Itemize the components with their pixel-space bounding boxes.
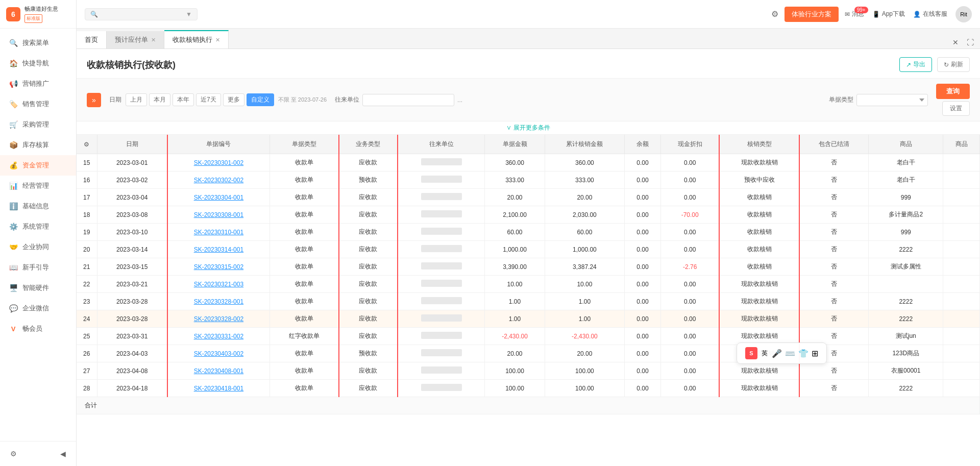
doc-num-link[interactable]: SK-20230315-002 [194, 263, 243, 271]
col-header-unit[interactable]: 往来单位 [398, 135, 484, 154]
table-row[interactable]: 17 2023-03-04 SK-20230304-001 收款单 应收款 20… [77, 189, 980, 206]
message-button[interactable]: ✉ 消息 99+ [845, 10, 864, 18]
topbar-search-box[interactable]: 🔍 ▼ [85, 8, 198, 20]
table-row[interactable]: 27 2023-04-08 SK-20230408-001 收款单 应收款 10… [77, 362, 980, 380]
filter-date-this-month[interactable]: 本月 [149, 93, 170, 106]
col-header-product2[interactable]: 商品 [943, 135, 980, 154]
tab-prepay[interactable]: 预计应付单 ✕ [107, 31, 164, 48]
filter-date-this-year[interactable]: 本年 [173, 93, 194, 106]
col-header-writeoff-type[interactable]: 核销类型 [719, 135, 799, 154]
sidebar-item-system[interactable]: ⚙️ 系统管理 [0, 216, 76, 237]
refresh-button[interactable]: ↻ 刷新 [937, 57, 970, 72]
col-header-biz-type[interactable]: 业务类型 [339, 135, 398, 154]
tab-close-all-btn[interactable]: ✕ [950, 36, 961, 48]
filter-date-last-month[interactable]: 上月 [126, 93, 147, 106]
mic-icon[interactable]: 🎤 [772, 349, 782, 358]
col-header-cash-discount[interactable]: 现金折扣 [661, 135, 719, 154]
table-row[interactable]: 16 2023-03-02 SK-20230302-002 收款单 预收款 33… [77, 171, 980, 189]
cell-doc-num: SK-20230328-001 [167, 293, 270, 310]
table-row[interactable]: 15 2023-03-01 SK-20230301-002 收款单 应收款 36… [77, 154, 980, 171]
col-header-amount[interactable]: 单据金额 [484, 135, 545, 154]
tab-writeoff[interactable]: 收款核销执行 ✕ [164, 30, 229, 48]
grid-icon[interactable]: ⊞ [812, 349, 818, 358]
col-header-product1[interactable]: 商品 [869, 135, 943, 154]
col-header-balance[interactable]: 余额 [624, 135, 661, 154]
sidebar-item-search[interactable]: 🔍 搜索菜单 [0, 33, 76, 53]
sidebar-item-enterprise[interactable]: 🤝 企业协同 [0, 237, 76, 257]
tab-prepay-close-icon[interactable]: ✕ [151, 37, 156, 43]
filter-toggle-button[interactable]: » [87, 93, 101, 107]
sidebar-item-label: 系统管理 [22, 222, 49, 231]
doc-num-link[interactable]: SK-20230418-001 [194, 385, 243, 392]
app-download-button[interactable]: 📱 App下载 [872, 10, 905, 18]
sidebar-settings-btn[interactable]: ⚙ [8, 448, 19, 460]
table-row[interactable]: 24 2023-03-28 SK-20230328-002 收款单 应收款 1.… [77, 310, 980, 328]
col-header-doc-type[interactable]: 单据类型 [270, 135, 339, 154]
sidebar-item-sales[interactable]: 🏷️ 销售管理 [0, 94, 76, 114]
avatar[interactable]: Rit [955, 6, 972, 22]
cell-unit [398, 276, 484, 293]
sidebar-item-operations[interactable]: 📊 经营管理 [0, 176, 76, 196]
doc-num-link[interactable]: SK-20230328-001 [194, 298, 243, 305]
sidebar-item-wechat[interactable]: 💬 企业微信 [0, 298, 76, 318]
col-header-settings[interactable]: ⚙ [77, 135, 97, 154]
filter-unit-input[interactable] [362, 94, 454, 106]
col-header-doc-num[interactable]: 单据编号 [167, 135, 270, 154]
sidebar-item-inventory[interactable]: 📦 库存核算 [0, 135, 76, 155]
doc-num-link[interactable]: SK-20230308-001 [194, 211, 243, 218]
table-row[interactable]: 23 2023-03-28 SK-20230328-001 收款单 应收款 1.… [77, 293, 980, 310]
export-button[interactable]: ↗ 导出 [899, 57, 932, 72]
data-table-container[interactable]: ⚙ 日期 单据编号 单据类型 业务类型 往来单位 单据金额 累计核销金额 余额 … [77, 135, 980, 466]
settings-button[interactable]: 设置 [942, 101, 970, 116]
cell-writeoff-total: 1,000.00 [545, 241, 624, 258]
sidebar-item-guide[interactable]: 📖 新手引导 [0, 257, 76, 278]
doc-num-link[interactable]: SK-20230314-001 [194, 246, 243, 253]
table-row[interactable]: 19 2023-03-10 SK-20230310-001 收款单 应收款 60… [77, 224, 980, 241]
tab-writeoff-close-icon[interactable]: ✕ [215, 37, 220, 43]
doc-num-link[interactable]: SK-20230403-002 [194, 350, 243, 357]
table-row[interactable]: 26 2023-04-03 SK-20230403-002 收款单 预收款 20… [77, 345, 980, 362]
doc-num-link[interactable]: SK-20230302-002 [194, 177, 243, 184]
filter-date-custom[interactable]: 自定义 [247, 93, 274, 106]
query-button[interactable]: 查询 [936, 84, 970, 99]
cell-doc-type: 收款单 [270, 224, 339, 241]
sidebar-item-basic[interactable]: ℹ️ 基础信息 [0, 196, 76, 216]
search-input[interactable] [101, 11, 183, 18]
doc-num-link[interactable]: SK-20230331-002 [194, 333, 243, 340]
table-row[interactable]: 18 2023-03-08 SK-20230308-001 收款单 应收款 2,… [77, 206, 980, 224]
cell-include-settled: 否 [799, 310, 868, 328]
shirt-icon[interactable]: 👕 [798, 349, 808, 358]
doc-num-link[interactable]: SK-20230321-003 [194, 281, 243, 288]
online-service-button[interactable]: 👤 在线客服 [913, 10, 947, 18]
doc-num-link[interactable]: SK-20230301-002 [194, 159, 243, 166]
sidebar-item-purchase[interactable]: 🛒 采购管理 [0, 114, 76, 135]
table-row[interactable]: 28 2023-04-18 SK-20230418-001 收款单 应收款 10… [77, 380, 980, 397]
sidebar-item-nav[interactable]: 🏠 快捷导航 [0, 53, 76, 73]
col-header-date[interactable]: 日期 [97, 135, 167, 154]
expand-more-button[interactable]: ∨ 展开更多条件 [506, 124, 550, 132]
filter-date-7days[interactable]: 近7天 [196, 93, 221, 106]
filter-type-select[interactable] [856, 94, 928, 106]
col-header-writeoff-total[interactable]: 累计核销金额 [545, 135, 624, 154]
settings-gear-icon[interactable]: ⚙ [771, 9, 778, 19]
tab-maximize-btn[interactable]: ⛶ [965, 36, 976, 48]
sidebar-collapse-btn[interactable]: ◀ [58, 448, 68, 460]
table-row[interactable]: 22 2023-03-21 SK-20230321-003 收款单 应收款 10… [77, 276, 980, 293]
solution-button[interactable]: 体验行业方案 [785, 7, 839, 22]
doc-num-link[interactable]: SK-20230310-001 [194, 229, 243, 236]
topbar: 🔍 ▼ ⚙ 体验行业方案 ✉ 消息 99+ 📱 App下载 👤 在线客服 Rit [77, 0, 980, 29]
col-header-include-settled[interactable]: 包含已结清 [799, 135, 868, 154]
sidebar-item-member[interactable]: V 畅会员 [0, 318, 76, 339]
tab-home[interactable]: 首页 [77, 31, 107, 48]
keyboard-icon[interactable]: ⌨️ [785, 349, 795, 358]
filter-date-more[interactable]: 更多 [223, 93, 244, 106]
table-row[interactable]: 25 2023-03-31 SK-20230331-002 红字收款单 应收款 … [77, 328, 980, 345]
table-row[interactable]: 20 2023-03-14 SK-20230314-001 收款单 应收款 1,… [77, 241, 980, 258]
sidebar-item-finance[interactable]: 💰 资金管理 [0, 155, 76, 176]
doc-num-link[interactable]: SK-20230304-001 [194, 194, 243, 201]
table-row[interactable]: 21 2023-03-15 SK-20230315-002 收款单 应收款 3,… [77, 258, 980, 276]
sidebar-item-marketing[interactable]: 📢 营销推广 [0, 73, 76, 94]
doc-num-link[interactable]: SK-20230328-002 [194, 315, 243, 323]
doc-num-link[interactable]: SK-20230408-001 [194, 367, 243, 375]
sidebar-item-hardware[interactable]: 🖥️ 智能硬件 [0, 278, 76, 298]
